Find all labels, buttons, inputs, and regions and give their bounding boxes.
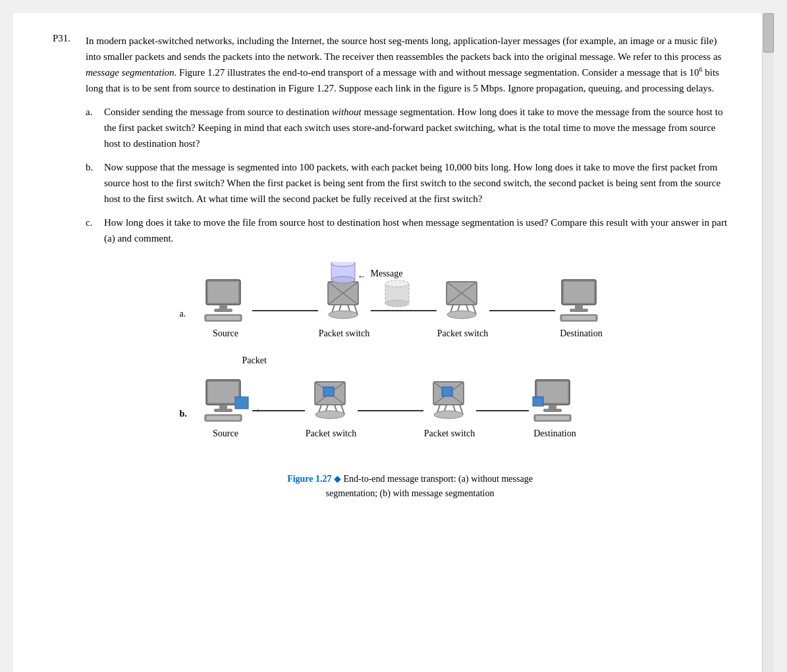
- destination-a: Destination: [555, 278, 608, 339]
- svg-rect-3: [214, 309, 232, 312]
- diagram-b-wrapper: Packet b.: [180, 359, 641, 439]
- line-3-a: [489, 310, 555, 311]
- source-computer-a: [200, 278, 252, 324]
- figure-caption: Figure 1.27 ◆ End-to-end message transpo…: [287, 472, 533, 502]
- switch1-a: Packet switch: [318, 262, 371, 339]
- superscript: 6: [699, 66, 702, 73]
- sub-item-a: a. Consider sending the message from sou…: [86, 104, 734, 151]
- svg-point-27: [447, 311, 476, 319]
- dest-computer-a: [555, 278, 608, 324]
- switch2-label-b: Packet switch: [424, 428, 475, 439]
- sub-item-b: b. Now suppose that the message is segme…: [86, 159, 734, 207]
- switch1-b: Packet switch: [305, 362, 358, 439]
- problem-block: P31. In modern packet-switched networks,…: [53, 33, 734, 502]
- diagram-a-wrapper: Message ← a.: [180, 262, 641, 339]
- switch2-a-svg: [437, 262, 489, 324]
- line-2-b: [358, 410, 423, 411]
- svg-point-16: [329, 311, 358, 319]
- scroll-thumb[interactable]: [763, 13, 774, 53]
- svg-rect-66: [533, 397, 543, 406]
- switch1-label-b: Packet switch: [306, 428, 356, 439]
- sub-text-a: Consider sending the message from source…: [104, 104, 734, 151]
- diagrams-container: Message ← a.: [86, 262, 734, 502]
- svg-rect-35: [208, 382, 238, 403]
- svg-rect-54: [442, 387, 452, 396]
- dest-b-svg: [529, 359, 582, 425]
- dest-label-a: Destination: [560, 328, 603, 339]
- line-1-a: [252, 310, 318, 311]
- italic-without: without: [332, 107, 362, 117]
- svg-point-50: [315, 411, 344, 419]
- svg-point-11: [331, 276, 355, 283]
- diagram-a-row: a.: [180, 262, 641, 339]
- line-3-b: [476, 410, 529, 411]
- svg-rect-63: [543, 409, 562, 412]
- italic-text: message segmentation: [86, 67, 175, 78]
- row-label-b: b.: [180, 409, 200, 439]
- svg-rect-5: [207, 316, 240, 320]
- figure-arrow: ◆: [334, 474, 344, 484]
- svg-point-59: [434, 411, 463, 419]
- svg-rect-37: [214, 409, 232, 412]
- svg-point-19: [385, 300, 409, 307]
- message-label: Message: [371, 269, 403, 279]
- switch2-a: Packet switch: [437, 262, 489, 339]
- packet-arrow-b: →: [250, 403, 262, 417]
- source-label-b: Source: [213, 428, 238, 439]
- sub-text-c: How long does it take to move the file f…: [104, 215, 734, 246]
- destination-b: Destination: [529, 359, 582, 439]
- svg-rect-1: [208, 282, 238, 303]
- source-b-svg: [200, 359, 252, 425]
- sub-item-c: c. How long does it take to move the fil…: [86, 215, 734, 246]
- problem-intro: In modern packet-switched networks, incl…: [86, 33, 734, 96]
- sub-label-c: c.: [86, 215, 99, 246]
- problem-number: P31.: [53, 33, 86, 502]
- diagram-source-a: Source: [200, 278, 252, 339]
- diagram-b-row: b.: [180, 359, 641, 439]
- figure-text2: segmentation; (b) with message segmentat…: [326, 488, 495, 498]
- problem-content: In modern packet-switched networks, incl…: [86, 33, 734, 502]
- switch2-label-a: Packet switch: [437, 328, 488, 339]
- svg-rect-33: [562, 316, 595, 320]
- dest-label-b: Destination: [533, 428, 576, 439]
- source-label-a: Source: [213, 328, 238, 339]
- scrollbar[interactable]: [762, 13, 774, 672]
- diagram-source-b: → Source: [200, 359, 252, 439]
- svg-rect-29: [564, 282, 594, 303]
- page: P31. In modern packet-switched networks,…: [13, 13, 774, 672]
- sub-text-b: Now suppose that the message is segmente…: [104, 159, 734, 207]
- svg-point-10: [331, 262, 355, 267]
- switch1-b-svg: [305, 362, 358, 425]
- sub-label-b: b.: [86, 159, 99, 207]
- switch2-b-svg: [423, 362, 476, 425]
- svg-rect-40: [235, 397, 248, 409]
- svg-point-18: [385, 280, 409, 287]
- sub-label-a: a.: [86, 104, 99, 151]
- message-cylinder-a: [381, 280, 414, 312]
- switch1-label-a: Packet switch: [319, 328, 369, 339]
- figure-label: Figure 1.27: [287, 474, 334, 484]
- figure-text1: End-to-end message transport: (a) withou…: [344, 474, 533, 484]
- row-label-a: a.: [180, 309, 200, 339]
- svg-rect-45: [323, 387, 334, 396]
- line-2-a: [371, 310, 437, 311]
- switch2-b: Packet switch: [423, 362, 476, 439]
- switch1-a-svg: [318, 262, 371, 324]
- svg-rect-65: [536, 416, 569, 420]
- svg-rect-39: [207, 416, 240, 420]
- svg-rect-31: [570, 309, 588, 312]
